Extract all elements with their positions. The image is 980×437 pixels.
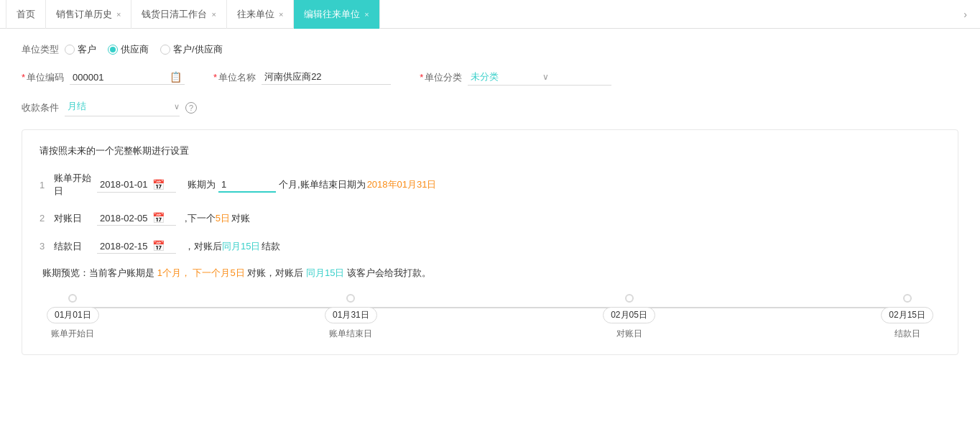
unit-category-group: * 单位分类 未分类 ∨ bbox=[420, 69, 611, 86]
tab-edit-partner-label: 编辑往来单位 bbox=[304, 8, 360, 21]
preview-text: 账期预览：当前客户账期是 1个月， 下一个月5日 对账，对账后 同月15日 该客… bbox=[40, 267, 940, 280]
unit-name-input[interactable] bbox=[262, 70, 391, 85]
payment-row-3-label: 结款日 bbox=[54, 240, 97, 253]
radio-customer-supplier[interactable]: 客户/供应商 bbox=[160, 43, 223, 56]
unit-category-value: 未分类 bbox=[468, 69, 540, 85]
tabs-expand-btn[interactable]: › bbox=[956, 9, 974, 20]
preview-suffix: 该客户会给我打款。 bbox=[347, 267, 431, 278]
payment-condition-help[interactable]: ? bbox=[185, 102, 197, 114]
tab-cash-work-label: 钱货日清工作台 bbox=[142, 8, 207, 21]
payment-condition-row: 收款条件 月结 ∨ ? bbox=[22, 98, 958, 116]
unit-code-icon[interactable]: 📋 bbox=[167, 71, 185, 83]
timeline-node-3: 02月05日 对账日 bbox=[603, 294, 655, 340]
tab-sales-history-label: 销售订单历史 bbox=[56, 8, 112, 21]
timeline-label-2: 账单结束日 bbox=[329, 328, 372, 340]
radio-customer-circle bbox=[65, 45, 75, 55]
unit-type-radio-group: 客户 供应商 客户/供应商 bbox=[65, 43, 223, 56]
unit-type-row: 单位类型 客户 供应商 客户/供应商 bbox=[22, 43, 958, 56]
payment-row-2-label: 对账日 bbox=[54, 212, 97, 225]
tab-edit-partner[interactable]: 编辑往来单位 × bbox=[294, 0, 379, 29]
payment-row-1-suffix-before: 账期为 bbox=[188, 178, 216, 191]
unit-category-select[interactable]: 未分类 ∨ bbox=[468, 69, 611, 86]
tab-edit-partner-close[interactable]: × bbox=[364, 10, 369, 19]
unit-name-label: 单位名称 bbox=[218, 71, 256, 84]
period-input[interactable] bbox=[218, 178, 276, 193]
payment-row-2: 2 对账日 2018-02-05 📅 ,下一个 5日 对账 bbox=[40, 211, 940, 226]
radio-supplier[interactable]: 供应商 bbox=[108, 43, 149, 56]
tab-sales-history-close[interactable]: × bbox=[116, 10, 121, 19]
timeline-dot-2 bbox=[346, 294, 355, 303]
payment-row-2-suffix: 对账 bbox=[231, 212, 250, 225]
unit-code-label: 单位编码 bbox=[27, 71, 64, 84]
payment-row-2-date-wrapper: 2018-02-05 📅 bbox=[97, 211, 176, 226]
payment-box: 请按照未来的一个完整帐期进行设置 1 账单开始日 2018-01-01 📅 账期… bbox=[22, 129, 958, 355]
timeline-node-2: 01月31日 账单结束日 bbox=[325, 294, 377, 340]
preview-part2: 下一个月5日 bbox=[193, 267, 244, 278]
timeline-dot-4 bbox=[903, 294, 912, 303]
payment-row-3-num: 3 bbox=[40, 241, 54, 252]
unit-name-star: * bbox=[213, 72, 217, 83]
payment-row-3: 3 结款日 2018-02-15 📅 ，对账后 同月15日 结款 bbox=[40, 239, 940, 254]
payment-row-1-highlight: 2018年01月31日 bbox=[367, 178, 437, 191]
payment-condition-select[interactable]: 月结 ∨ bbox=[65, 98, 180, 116]
unit-type-label: 单位类型 bbox=[22, 43, 59, 56]
payment-row-2-date-value: 2018-02-05 bbox=[100, 213, 148, 224]
timeline-pill-2: 01月31日 bbox=[325, 307, 377, 323]
unit-code-star: * bbox=[22, 72, 25, 83]
payment-row-2-highlight: 5日 bbox=[216, 212, 230, 225]
payment-row-1-date-value: 2018-01-01 bbox=[100, 179, 148, 190]
tab-home-label: 首页 bbox=[17, 8, 35, 21]
preview-mid: 对账，对账后 bbox=[247, 267, 303, 278]
tab-cash-work[interactable]: 钱货日清工作台 × bbox=[131, 0, 226, 29]
unit-category-label: 单位分类 bbox=[425, 71, 462, 84]
radio-customer-supplier-circle bbox=[160, 45, 170, 55]
payment-row-1-label: 账单开始日 bbox=[54, 172, 97, 198]
unit-code-group: * 单位编码 📋 bbox=[22, 70, 185, 85]
unit-code-input[interactable] bbox=[70, 70, 167, 84]
payment-row-3-suffix: 结款 bbox=[262, 240, 280, 253]
payment-row-2-prefix: ,下一个 bbox=[185, 212, 216, 225]
radio-supplier-circle bbox=[108, 45, 118, 55]
radio-supplier-label: 供应商 bbox=[121, 43, 149, 56]
calendar-icon-2[interactable]: 📅 bbox=[152, 212, 165, 224]
timeline-label-3: 对账日 bbox=[616, 328, 642, 340]
payment-condition-value: 月结 bbox=[65, 98, 174, 114]
payment-row-2-num: 2 bbox=[40, 213, 54, 224]
tabs-bar: 首页 销售订单历史 × 钱货日清工作台 × 往来单位 × 编辑往来单位 × › bbox=[0, 0, 980, 29]
unit-code-input-wrapper: 📋 bbox=[70, 70, 185, 85]
unit-category-chevron: ∨ bbox=[540, 70, 611, 83]
preview-part3: 同月15日 bbox=[306, 267, 344, 278]
timeline-label-4: 结款日 bbox=[895, 328, 920, 340]
timeline-label-1: 账单开始日 bbox=[51, 328, 94, 340]
payment-row-3-date-value: 2018-02-15 bbox=[100, 241, 148, 252]
calendar-icon-3[interactable]: 📅 bbox=[152, 240, 165, 252]
calendar-icon-1[interactable]: 📅 bbox=[152, 179, 165, 190]
tab-partner[interactable]: 往来单位 × bbox=[227, 0, 294, 29]
timeline-dot-1 bbox=[68, 294, 77, 303]
tab-cash-work-close[interactable]: × bbox=[211, 10, 216, 19]
radio-customer-label: 客户 bbox=[78, 43, 96, 56]
unit-category-star: * bbox=[420, 72, 423, 83]
payment-row-1-num: 1 bbox=[40, 180, 54, 190]
radio-customer[interactable]: 客户 bbox=[65, 43, 96, 56]
tab-partner-close[interactable]: × bbox=[279, 10, 283, 19]
payment-row-3-highlight: 同月15日 bbox=[222, 240, 260, 253]
payment-box-title: 请按照未来的一个完整帐期进行设置 bbox=[40, 144, 940, 157]
main-content: 单位类型 客户 供应商 客户/供应商 * 单位编码 📋 bbox=[0, 29, 980, 437]
payment-row-1-suffix: 个月,账单结束日期为 bbox=[279, 178, 366, 191]
preview-label: 账期预览：当前客户账期是 bbox=[42, 267, 154, 278]
timeline-dot-3 bbox=[625, 294, 634, 303]
tab-partner-label: 往来单位 bbox=[237, 8, 274, 21]
tab-sales-history[interactable]: 销售订单历史 × bbox=[46, 0, 131, 29]
timeline-nodes: 01月01日 账单开始日 01月31日 账单结束日 02月05日 对账日 02月… bbox=[47, 294, 933, 340]
tab-home[interactable]: 首页 bbox=[6, 0, 46, 29]
timeline-pill-1: 01月01日 bbox=[47, 307, 99, 323]
radio-customer-supplier-label: 客户/供应商 bbox=[173, 43, 223, 56]
payment-row-1: 1 账单开始日 2018-01-01 📅 账期为 个月,账单结束日期为 2018… bbox=[40, 172, 940, 198]
timeline-node-1: 01月01日 账单开始日 bbox=[47, 294, 99, 340]
unit-fields-row: * 单位编码 📋 * 单位名称 * 单位分类 未分类 ∨ bbox=[22, 69, 958, 86]
unit-name-group: * 单位名称 bbox=[213, 70, 391, 85]
payment-condition-chevron: ∨ bbox=[174, 102, 180, 111]
payment-row-3-prefix: ，对账后 bbox=[185, 240, 222, 253]
payment-row-1-date-wrapper: 2018-01-01 📅 bbox=[97, 178, 176, 193]
